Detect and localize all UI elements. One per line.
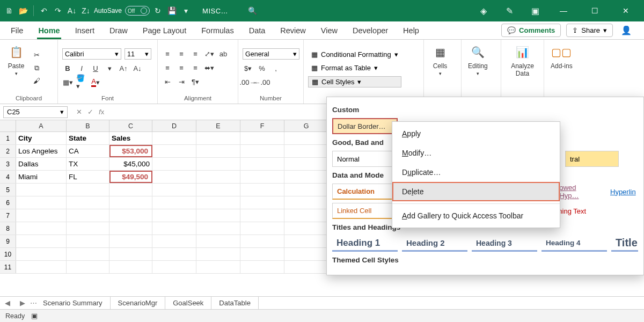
cell[interactable] xyxy=(196,196,240,209)
row-header[interactable]: 5 xyxy=(0,184,16,196)
row-header[interactable]: 4 xyxy=(0,171,16,183)
style-hyperlink[interactable]: Hyperlin xyxy=(606,184,638,200)
open-icon[interactable]: 📂 xyxy=(17,5,29,17)
macro-record-icon[interactable]: ▣ xyxy=(31,312,38,320)
sort-asc-icon[interactable]: A↓ xyxy=(66,5,78,17)
search-icon[interactable]: 🔍 xyxy=(246,5,258,17)
align-left-icon[interactable]: ≡ xyxy=(162,63,173,74)
cell[interactable]: $45,000 xyxy=(109,158,152,170)
style-title[interactable]: Title xyxy=(611,236,638,252)
brush-icon[interactable]: ✎ xyxy=(502,4,516,18)
cell[interactable] xyxy=(284,235,328,247)
cell[interactable] xyxy=(196,222,240,235)
cell[interactable] xyxy=(240,171,284,183)
cell[interactable] xyxy=(240,248,284,260)
cell[interactable] xyxy=(67,209,109,222)
cell[interactable]: FL xyxy=(67,171,109,183)
cell[interactable] xyxy=(240,158,284,170)
cell[interactable] xyxy=(196,235,240,247)
context-menu-item[interactable]: Add Gallery to Quick Access Toolbar xyxy=(392,206,560,225)
cell[interactable]: City xyxy=(16,132,67,144)
cut-icon[interactable]: ✂ xyxy=(31,50,42,61)
context-menu-item[interactable]: Delete xyxy=(392,182,560,201)
cell[interactable] xyxy=(16,261,67,273)
cell[interactable]: TX xyxy=(67,158,109,170)
align-middle-icon[interactable]: ≡ xyxy=(176,49,187,60)
decrease-indent-icon[interactable]: ⇤ xyxy=(162,77,173,87)
border-icon[interactable]: ▦▾ xyxy=(62,77,73,87)
increase-decimal-icon[interactable]: .00→ xyxy=(243,77,253,87)
cell[interactable] xyxy=(284,171,328,183)
cell[interactable] xyxy=(240,184,284,196)
fx-icon[interactable]: fx xyxy=(99,108,104,116)
percent-icon[interactable]: % xyxy=(257,63,267,74)
maximize-button[interactable]: ☐ xyxy=(585,4,604,18)
cell[interactable] xyxy=(16,248,67,260)
row-header[interactable]: 2 xyxy=(0,145,16,157)
tab-data[interactable]: Data xyxy=(248,23,267,39)
context-menu-item[interactable]: Modify… xyxy=(392,143,560,163)
cell[interactable] xyxy=(109,248,152,260)
cell[interactable] xyxy=(196,209,240,222)
cell[interactable] xyxy=(196,132,240,144)
cell[interactable] xyxy=(109,261,152,273)
cell[interactable] xyxy=(152,209,196,222)
tab-page-layout[interactable]: Page Layout xyxy=(142,23,187,39)
cell[interactable] xyxy=(284,261,328,273)
cell[interactable]: Miami xyxy=(16,171,67,183)
cell[interactable] xyxy=(240,196,284,209)
row-header[interactable]: 9 xyxy=(0,235,16,247)
currency-icon[interactable]: $▾ xyxy=(243,63,253,74)
autosave-toggle[interactable]: AutoSave Off xyxy=(94,6,150,16)
cell[interactable] xyxy=(284,184,328,196)
row-header[interactable]: 7 xyxy=(0,209,16,222)
style-heading-4[interactable]: Heading 4 xyxy=(541,236,607,252)
cell[interactable]: Dallas xyxy=(16,158,67,170)
column-header[interactable]: F xyxy=(240,120,284,131)
column-header[interactable]: C xyxy=(109,120,152,131)
number-format-dropdown[interactable]: General▾ xyxy=(243,48,299,60)
font-size-dropdown[interactable]: 11▾ xyxy=(125,48,151,60)
cell[interactable] xyxy=(109,196,152,209)
column-header[interactable]: A xyxy=(16,120,67,131)
row-header[interactable]: 6 xyxy=(0,196,16,209)
tab-insert[interactable]: Insert xyxy=(74,23,96,39)
increase-indent-icon[interactable]: ⇥ xyxy=(176,77,187,87)
cell[interactable] xyxy=(109,184,152,196)
sheet-nav-next-icon[interactable]: ▶ xyxy=(15,299,30,307)
bold-icon[interactable]: B xyxy=(62,63,73,74)
undo-icon[interactable]: ↶ xyxy=(38,5,50,17)
tab-home[interactable]: Home xyxy=(37,23,61,39)
cell[interactable] xyxy=(284,145,328,157)
diamond-icon[interactable]: ◈ xyxy=(477,4,491,18)
sheet-tab[interactable]: ScenarioMgr xyxy=(111,297,166,309)
user-icon[interactable]: 👤 xyxy=(618,25,634,35)
cell[interactable] xyxy=(240,145,284,157)
column-header[interactable]: G xyxy=(284,120,328,131)
cell[interactable] xyxy=(152,132,196,144)
copy-icon[interactable]: ⧉ xyxy=(31,63,42,74)
cell[interactable] xyxy=(240,222,284,235)
cell[interactable] xyxy=(152,145,196,157)
cell[interactable] xyxy=(16,184,67,196)
refresh-icon[interactable]: ↻ xyxy=(152,5,164,17)
sheet-nav-prev-icon[interactable]: ◀ xyxy=(0,299,15,307)
cell[interactable] xyxy=(196,248,240,260)
addins-button[interactable]: ▢▢Add-ins xyxy=(548,42,575,94)
merge-icon[interactable]: ⬌▾ xyxy=(204,63,215,74)
cell[interactable]: CA xyxy=(67,145,109,157)
cell[interactable] xyxy=(240,132,284,144)
cell[interactable] xyxy=(67,248,109,260)
tab-file[interactable]: File xyxy=(10,23,24,39)
window-icon[interactable]: ▣ xyxy=(528,4,542,18)
analyze-data-button[interactable]: 📊Analyze Data xyxy=(506,42,539,94)
cell[interactable]: State xyxy=(67,132,109,144)
row-header[interactable]: 3 xyxy=(0,158,16,170)
sheet-tab[interactable]: Scenario Summary xyxy=(35,297,111,309)
cell[interactable] xyxy=(152,171,196,183)
orientation-icon[interactable]: ⤢▾ xyxy=(204,49,215,60)
grow-font-icon[interactable]: A↑ xyxy=(118,63,129,74)
cell[interactable] xyxy=(109,209,152,222)
tab-help[interactable]: Help xyxy=(402,23,420,39)
fill-color-icon[interactable]: 🪣▾ xyxy=(76,77,87,87)
